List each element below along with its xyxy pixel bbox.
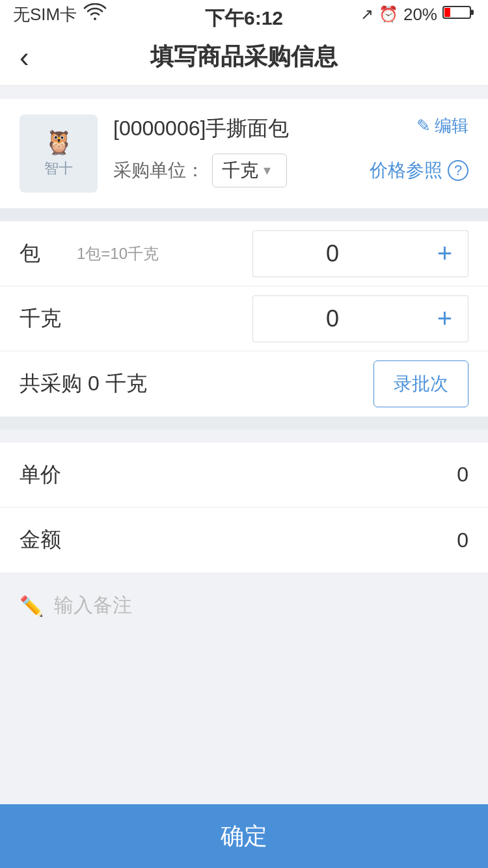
edit-button[interactable]: ✎ 编辑 (416, 115, 468, 137)
status-time: 下午6:12 (205, 5, 283, 32)
page-title: 填写商品采购信息 (150, 41, 338, 73)
product-name: [0000006]手撕面包 (113, 115, 289, 143)
price-ref-button[interactable]: 价格参照 ? (370, 158, 468, 183)
kg-quantity-input[interactable] (252, 295, 422, 342)
product-info: [0000006]手撕面包 ✎ 编辑 采购单位： 千克 ▾ 价格参照 ? (113, 115, 468, 187)
svg-rect-1 (470, 10, 474, 15)
summary-row: 共采购 0 千克 录批次 (0, 351, 488, 416)
status-left: 无SIM卡 (13, 3, 107, 26)
info-icon: ? (448, 160, 468, 181)
product-logo-text: 智十 (44, 159, 73, 178)
alarm-icon: ⏰ (379, 5, 398, 23)
amount-label: 金额 (20, 526, 61, 554)
location-icon: ↗ (360, 5, 373, 23)
unit-price-row: 单价 0 (0, 442, 488, 508)
kg-input-group: + (252, 295, 468, 342)
unit-selector-group: 采购单位： 千克 ▾ (113, 154, 287, 187)
edit-icon: ✎ (416, 116, 431, 136)
bao-label: 包 (20, 239, 72, 268)
battery-pct: 20% (403, 5, 437, 25)
product-card: 🦉 智十 [0000006]手撕面包 ✎ 编辑 采购单位： 千克 ▾ 价格参照 … (0, 99, 488, 208)
bao-input-row: 包 1包=10千克 + (0, 221, 488, 286)
status-right: ↗ ⏰ 20% (360, 5, 475, 25)
chevron-down-icon: ▾ (264, 162, 271, 179)
kg-label: 千克 (20, 305, 72, 333)
unit-price-value: 0 (457, 463, 468, 487)
pencil-icon: ✏️ (20, 595, 44, 617)
product-image: 🦉 智十 (20, 115, 98, 193)
product-header: [0000006]手撕面包 ✎ 编辑 (113, 115, 468, 143)
product-unit-row: 采购单位： 千克 ▾ 价格参照 ? (113, 154, 468, 187)
confirm-button[interactable]: 确定 (0, 804, 488, 868)
kg-plus-button[interactable]: + (422, 295, 468, 342)
bao-quantity-input[interactable] (252, 230, 422, 277)
notes-section[interactable]: ✏️ 输入备注 (0, 573, 488, 703)
wifi-icon (83, 3, 107, 26)
amount-row: 金额 0 (0, 508, 488, 573)
bao-plus-button[interactable]: + (422, 230, 468, 277)
notes-placeholder: 输入备注 (54, 592, 132, 619)
batch-button[interactable]: 录批次 (373, 360, 468, 407)
summary-text: 共采购 0 千克 (20, 370, 147, 398)
unit-value: 千克 (222, 158, 258, 183)
section-divider-2 (0, 416, 488, 429)
unit-price-label: 单价 (20, 461, 61, 489)
amount-value: 0 (457, 528, 468, 552)
nav-bar: ‹ 填写商品采购信息 (0, 29, 488, 86)
quantity-section: 包 1包=10千克 + 千克 + 共采购 0 千克 录批次 (0, 221, 488, 416)
edit-label: 编辑 (435, 115, 468, 137)
unit-select[interactable]: 千克 ▾ (212, 154, 287, 187)
battery-icon (442, 5, 475, 25)
product-logo-icon: 🦉 (44, 129, 74, 156)
bao-input-group: + (252, 230, 468, 277)
back-button[interactable]: ‹ (20, 43, 29, 72)
status-bar: 无SIM卡 下午6:12 ↗ ⏰ 20% (0, 0, 488, 29)
kg-input-row: 千克 + (0, 286, 488, 351)
section-divider-1 (0, 208, 488, 221)
price-ref-label: 价格参照 (370, 158, 442, 183)
pricing-section: 单价 0 金额 0 (0, 442, 488, 573)
sim-status: 无SIM卡 (13, 3, 77, 26)
svg-rect-2 (444, 8, 450, 17)
bao-sublabel: 1包=10千克 (77, 243, 159, 264)
unit-label: 采购单位： (113, 158, 204, 183)
